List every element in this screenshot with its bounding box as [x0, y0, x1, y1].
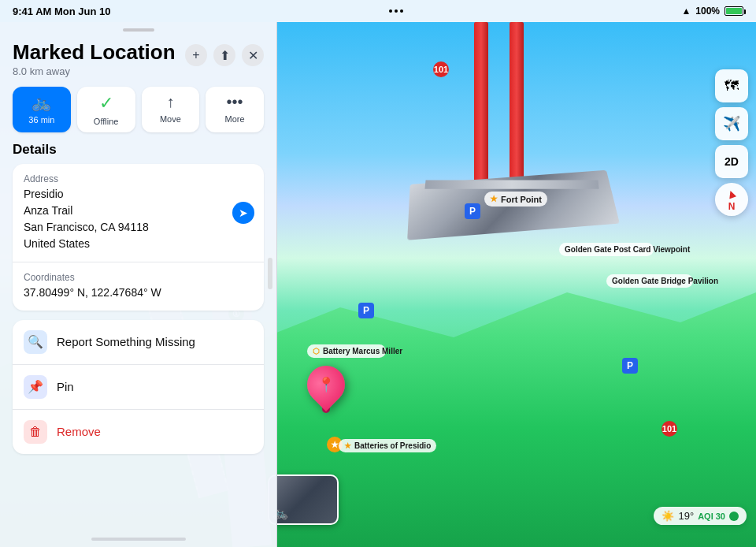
- address-line2: Anza Trail: [24, 204, 72, 217]
- compass-arrow-icon: ▲: [723, 185, 739, 203]
- share-button[interactable]: ⬆: [213, 44, 235, 66]
- pin-label: Pin: [57, 380, 74, 393]
- label-fort-point: ★ Fort Point: [484, 192, 547, 207]
- close-icon: ✕: [248, 48, 258, 63]
- remove-item[interactable]: 🗑 Remove: [13, 410, 264, 454]
- photo-thumbnail[interactable]: 🚲: [268, 474, 339, 525]
- close-button[interactable]: ✕: [242, 44, 264, 66]
- label-battery-marcus: ⬡ Battery Marcus Miller: [307, 344, 386, 358]
- label-bridge-pavilion: Golden Gate Bridge Pavilion: [606, 274, 693, 288]
- address-label: Address: [24, 173, 253, 184]
- compass-north-label: N: [728, 201, 736, 212]
- weather-temp: 19°: [678, 510, 694, 522]
- panel-title-group: Marked Location 8.0 km away: [13, 41, 185, 77]
- compass-button[interactable]: ▲ N: [715, 183, 748, 216]
- list-card: 🔍 Report Something Missing 📌 Pin 🗑 Remov…: [13, 320, 264, 454]
- status-dots: [389, 9, 403, 13]
- address-line4: United States: [24, 237, 90, 250]
- move-action-button[interactable]: ↑ Move: [142, 87, 200, 132]
- status-time: 9:41 AM Mon Jun 10: [13, 6, 110, 17]
- coordinates-value: 37.80499° N, 122.47684° W: [24, 285, 253, 301]
- panel-content: Details Address Presidio Anza Trail San …: [0, 142, 276, 533]
- remove-icon: 🗑: [24, 420, 47, 444]
- parking-badge-1: P: [465, 203, 480, 219]
- details-card: Address Presidio Anza Trail San Francisc…: [13, 164, 264, 311]
- panel-header: Marked Location 8.0 km away + ⬆ ✕: [0, 35, 276, 87]
- offline-label: Offline: [94, 117, 119, 126]
- coordinates-row: Coordinates 37.80499° N, 122.47684° W: [13, 262, 264, 311]
- 2d-button[interactable]: 2D: [715, 145, 748, 178]
- more-label: More: [225, 114, 245, 124]
- panel-title: Marked Location: [13, 41, 185, 64]
- pin-body: 📍: [299, 358, 353, 411]
- action-row: 🚲 36 min ✓ Offline ↑ Move ••• More: [0, 87, 276, 142]
- pin-icon: 📍: [317, 376, 335, 393]
- navigate-arrow-icon: ➤: [239, 207, 248, 219]
- move-icon: ↑: [166, 93, 174, 111]
- pin-icon: 📌: [24, 375, 47, 399]
- map-pin: 📍: [307, 366, 345, 413]
- battery-pct: 100%: [695, 6, 720, 17]
- route-101-badge-top: 101: [433, 61, 449, 77]
- address-line1: Presidio: [24, 188, 64, 200]
- move-label: Move: [160, 114, 181, 124]
- aqi-dot: [729, 512, 739, 521]
- report-item[interactable]: 🔍 Report Something Missing: [13, 320, 264, 365]
- address-value: Presidio Anza Trail San Francisco, CA 94…: [24, 186, 253, 252]
- label-batteries-presidio: ★ Batteries of Presidio: [339, 439, 436, 452]
- address-line3: San Francisco, CA 94118: [24, 221, 149, 233]
- address-navigate-button[interactable]: ➤: [232, 202, 254, 224]
- map-controls: 🗺 ✈️ 2D ▲ N: [715, 69, 748, 216]
- pin-item[interactable]: 📌 Pin: [13, 365, 264, 410]
- battery-icon: [724, 6, 743, 16]
- share-icon: ⬆: [220, 48, 230, 63]
- aqi-label: AQI 30: [698, 512, 725, 521]
- panel-resize-handle[interactable]: [268, 258, 272, 289]
- bike-label: 36 min: [28, 115, 54, 125]
- more-icon: •••: [227, 93, 243, 111]
- parking-badge-3: P: [622, 358, 638, 374]
- location-panel: Marked Location 8.0 km away + ⬆ ✕ 🚲 36 m…: [0, 22, 277, 547]
- panel-drag-handle[interactable]: [123, 28, 154, 32]
- details-section-title: Details: [13, 142, 264, 158]
- address-row: Address Presidio Anza Trail San Francisc…: [13, 164, 264, 262]
- offline-action-button[interactable]: ✓ Offline: [77, 87, 135, 132]
- navigate-button[interactable]: ✈️: [715, 107, 748, 140]
- offline-icon: ✓: [99, 93, 113, 113]
- more-action-button[interactable]: ••• More: [206, 87, 264, 132]
- weather-badge: ☀️ 19° AQI 30: [654, 507, 747, 525]
- weather-icon: ☀️: [662, 510, 674, 522]
- route-101-badge-bottom: 101: [662, 421, 677, 437]
- add-button[interactable]: +: [185, 44, 207, 66]
- panel-subtitle: 8.0 km away: [13, 65, 185, 77]
- wifi-icon: ▲: [681, 6, 691, 17]
- bike-action-button[interactable]: 🚲 36 min: [13, 87, 71, 132]
- label-golden-post: Golden Gate Post Card Viewpoint: [559, 243, 654, 256]
- status-bar: 9:41 AM Mon Jun 10 ▲ 100%: [0, 0, 756, 22]
- bridge-deck: [424, 180, 598, 188]
- bottom-indicator: [91, 538, 186, 541]
- bike-icon: 🚲: [32, 93, 51, 112]
- coordinates-label: Coordinates: [24, 272, 253, 283]
- status-right: ▲ 100%: [681, 6, 743, 17]
- report-icon: 🔍: [24, 330, 47, 354]
- parking-badge-2: P: [358, 303, 374, 318]
- report-label: Report Something Missing: [57, 335, 195, 348]
- panel-header-actions: + ⬆ ✕: [185, 44, 264, 66]
- map-view-button[interactable]: 🗺: [715, 69, 748, 102]
- remove-label: Remove: [57, 425, 101, 438]
